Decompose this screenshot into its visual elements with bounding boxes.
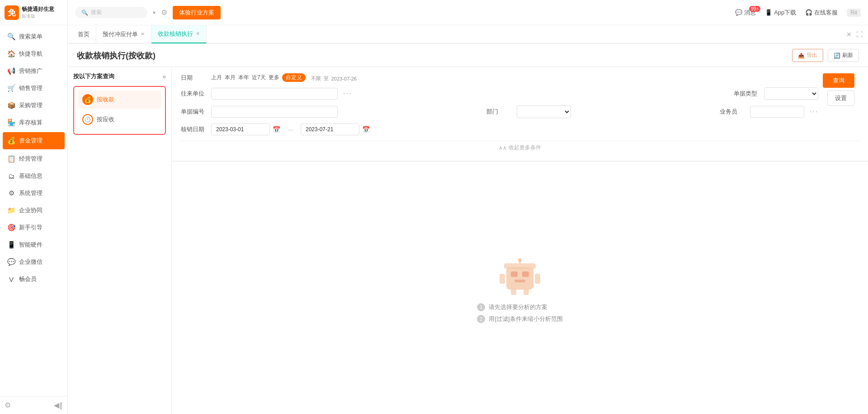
query-buttons: 查询 设置 <box>818 73 859 106</box>
tab-close-prepay[interactable]: ✕ <box>141 31 145 37</box>
date-last-month[interactable]: 上月 <box>211 74 222 81</box>
collapse-more-button[interactable]: ∧∧ 收起更多条件 <box>181 141 859 154</box>
message-icon: 💬 <box>735 9 742 16</box>
date-this-year[interactable]: 本年 <box>238 74 249 81</box>
tab-prepay[interactable]: 预付冲应付单✕ <box>96 25 151 43</box>
main-content-wrapper: 日期 上月 本月 本年 近7天 更多 自定义 <box>172 67 868 414</box>
sidebar-item-wechat[interactable]: 💬企业微信 <box>0 253 67 271</box>
writeoff-date-start-calendar-icon[interactable]: 📅 <box>273 126 280 133</box>
refresh-button[interactable]: 🔄 刷新 <box>828 49 859 62</box>
sidebar-icon-biz: 📋 <box>7 155 15 163</box>
tab-receipt[interactable]: 收款核销执行✕ <box>151 25 207 43</box>
sidebar-item-sales[interactable]: 🛒销售管理 <box>0 80 67 97</box>
empty-illustration <box>497 253 542 299</box>
tab-label-home: 首页 <box>78 30 90 38</box>
writeoff-date-end-calendar-icon[interactable]: 📅 <box>362 126 370 133</box>
sidebar-label-basic: 基础信息 <box>19 172 42 180</box>
service-icon: 🎧 <box>805 9 812 16</box>
empty-tip-2: 2 用[过滤]条件来缩小分析范围 <box>477 315 562 323</box>
svg-rect-0 <box>506 267 533 290</box>
tabbar-actions: ✕ ⛶ <box>844 29 864 40</box>
sidebar-item-nav[interactable]: 🏠快捷导航 <box>0 45 67 62</box>
filter-option-by-receivable[interactable]: 🕐 按应收 <box>78 110 161 128</box>
close-tab-button[interactable]: ✕ <box>844 29 854 40</box>
sidebar-icon-search: 🔍 <box>7 33 15 41</box>
message-button[interactable]: 💬 消息 99+ <box>735 9 756 17</box>
writeoff-date-label: 核销日期 <box>181 125 206 133</box>
writeoff-date-start-input[interactable] <box>211 124 270 135</box>
sidebar-icon-finance: 💰 <box>7 137 15 145</box>
svg-rect-10 <box>524 289 529 295</box>
sidebar-item-basic[interactable]: 🗂基础信息 <box>0 167 67 185</box>
sidebar-label-search: 搜索菜单 <box>19 33 42 41</box>
topbar-chevron-icon[interactable]: ▾ <box>153 10 156 16</box>
content-area: 收款核销执行(按收款) 📤 导出 🔄 刷新 按以下方案查询 » <box>68 43 868 414</box>
employee-more-icon[interactable]: ··· <box>810 108 818 116</box>
settings-icon[interactable]: ⚙ <box>5 401 11 409</box>
setting-button[interactable]: 设置 <box>827 90 854 106</box>
empty-tips: 1 请先选择要分析的方案 2 用[过滤]条件来缩小分析范围 <box>477 303 562 323</box>
counterpart-label: 往来单位 <box>181 90 206 98</box>
sidebar-item-biz[interactable]: 📋经营管理 <box>0 150 67 167</box>
filter-option-by-receipt[interactable]: 💰 按收款 <box>78 90 161 109</box>
sidebar-label-sales: 销售管理 <box>19 84 42 92</box>
query-button[interactable]: 查询 <box>823 73 854 88</box>
sidebar-item-inventory[interactable]: 🏪库存核算 <box>0 114 67 131</box>
writeoff-date-start-group: 📅 <box>211 124 280 135</box>
voucherno-dept-row: 单据编号 部门 业务员 ··· <box>181 105 818 118</box>
export-button[interactable]: 📤 导出 <box>792 49 823 62</box>
maximize-tab-button[interactable]: ⛶ <box>854 29 864 40</box>
sidebar-item-guide[interactable]: 🎯新手引导 <box>0 219 67 236</box>
filter-sidebar-title: 按以下方案查询 » <box>73 72 166 81</box>
counterpart-vouchertype-row: 往来单位 ··· 单据类型 <box>181 87 818 100</box>
svg-rect-3 <box>514 280 525 282</box>
sidebar-label-member: 畅会员 <box>19 275 37 283</box>
sidebar-collapse-button[interactable]: » <box>162 73 166 80</box>
tab-close-receipt[interactable]: ✕ <box>196 31 200 37</box>
sidebar-icon-guide: 🎯 <box>7 224 15 232</box>
chevron-up-icon: ∧∧ <box>499 145 507 151</box>
date-label: 日期 <box>181 74 206 82</box>
sidebar-icon-wechat: 💬 <box>7 258 15 266</box>
username-display[interactable]: Rit <box>847 9 861 17</box>
sidebar-icon-purchase: 📦 <box>7 101 15 109</box>
sidebar-item-hardware[interactable]: 📱智能硬件 <box>0 236 67 253</box>
sidebar-item-search[interactable]: 🔍搜索菜单 <box>0 28 67 45</box>
sidebar-label-biz: 经营管理 <box>19 155 42 163</box>
counterpart-input[interactable] <box>211 88 338 100</box>
filter-sidebar: 按以下方案查询 » 💰 按收款 🕐 按应收 <box>68 67 172 414</box>
topbar-gear-icon[interactable]: ⚙ <box>161 8 167 17</box>
sidebar-icon-system: ⚙ <box>7 189 15 197</box>
online-service-button[interactable]: 🎧 在线客服 <box>805 9 838 17</box>
voucher-no-label: 单据编号 <box>181 108 206 116</box>
employee-input[interactable] <box>750 106 804 118</box>
sidebar-item-finance[interactable]: 💰资金管理 <box>3 132 65 149</box>
voucher-no-input[interactable] <box>211 106 338 118</box>
sidebar-item-enterprise[interactable]: 📁企业协同 <box>0 202 67 219</box>
counterpart-more-icon[interactable]: ··· <box>343 90 352 98</box>
date-more[interactable]: 更多 <box>269 74 279 81</box>
writeoff-date-end-input[interactable] <box>301 124 359 135</box>
date-custom-tag[interactable]: 自定义 <box>282 73 306 82</box>
collapse-icon[interactable]: ◀‖ <box>54 401 63 409</box>
topbar: 🔍 搜索 ▾ ⚙ 体验行业方案 💬 消息 99+ 📱 App下载 🎧 在线客服 … <box>68 0 868 25</box>
sidebar-item-purchase[interactable]: 📦采购管理 <box>0 97 67 114</box>
sidebar-label-wechat: 企业微信 <box>19 258 42 266</box>
sidebar-item-marketing[interactable]: 📢营销推广 <box>0 62 67 80</box>
sidebar-label-finance: 资金管理 <box>19 137 42 145</box>
sidebar-label-system: 系统管理 <box>19 189 42 197</box>
voucher-type-select[interactable] <box>764 87 818 100</box>
content-header: 收款核销执行(按收款) 📤 导出 🔄 刷新 <box>68 43 868 67</box>
export-icon: 📤 <box>798 52 805 59</box>
sidebar-label-purchase: 采购管理 <box>19 101 42 109</box>
app-download-button[interactable]: 📱 App下载 <box>765 9 796 17</box>
date-this-month[interactable]: 本月 <box>225 74 236 81</box>
dept-select[interactable] <box>517 105 571 118</box>
tab-home[interactable]: 首页 <box>71 25 96 43</box>
solution-button[interactable]: 体验行业方案 <box>173 6 221 19</box>
search-bar[interactable]: 🔍 搜索 <box>75 7 147 18</box>
date-7days[interactable]: 近7天 <box>252 74 266 81</box>
filter-section: 按以下方案查询 » 💰 按收款 🕐 按应收 <box>68 67 868 414</box>
sidebar-item-system[interactable]: ⚙系统管理 <box>0 185 67 202</box>
sidebar-item-member[interactable]: V畅会员 <box>0 271 67 288</box>
